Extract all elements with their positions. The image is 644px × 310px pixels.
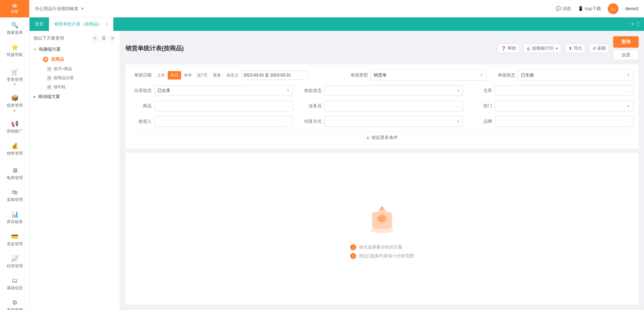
app-logo: 好 标版 xyxy=(0,0,29,17)
message-button[interactable]: 💬 消息 xyxy=(556,6,571,12)
sidebar-sales-label: 销售管理 xyxy=(7,151,23,156)
sidebar-item-search[interactable]: 🔍 搜索菜单 xyxy=(0,17,29,40)
left-panel-actions: + ☰ « xyxy=(92,35,116,42)
date-more-btn[interactable]: 更多 xyxy=(210,71,224,80)
outstatus-value: 已出库 xyxy=(157,88,170,94)
tab-home[interactable]: 首页 xyxy=(30,17,49,31)
right-panel: 销货单统计表(按商品) ❓ 帮助 🖨 按模板打印 ▼ ⬆ 导出 xyxy=(120,31,644,310)
user-name[interactable]: demo2 xyxy=(625,6,639,11)
tab-close-all-icon[interactable]: × xyxy=(631,21,634,27)
sidebar-item-finance[interactable]: 💳 资金管理 xyxy=(0,229,29,251)
sidebar-item-system[interactable]: ⚙ 系统管理 xyxy=(0,295,29,310)
sidebar-item-ecommerce[interactable]: 🖥 电商管理 xyxy=(0,163,29,185)
date-last-month-btn[interactable]: 上月 xyxy=(154,71,168,80)
sidebar-item-sales[interactable]: 💰 销售管理 xyxy=(0,138,29,160)
filter-status-item: 单据状态 已生效 ▼ xyxy=(494,70,633,81)
export-label: 导出 xyxy=(574,45,582,51)
sidebar-item-wholesale[interactable]: 📦 批发管理 ▲ xyxy=(0,90,29,116)
goods-dots[interactable]: ··· xyxy=(286,104,290,109)
scheme-item-by-cashier[interactable]: 回 按司机 xyxy=(32,83,117,92)
retail-icon: 🛒 xyxy=(11,68,18,76)
tab-close-button[interactable]: × xyxy=(106,22,108,27)
sidebar-retail-label: 零售管理 xyxy=(7,77,23,83)
sidebar-item-quicknav[interactable]: ⭐ 快捷导航 xyxy=(0,40,29,62)
message-label: 消息 xyxy=(562,6,571,12)
app-subtitle: 标版 xyxy=(11,9,18,14)
refresh-button[interactable]: ↺ 刷新 xyxy=(589,44,609,53)
export-icon: ⬆ xyxy=(569,46,572,51)
query-button[interactable]: 查询 xyxy=(613,36,639,48)
filter-outstatus-item: 出库状态 已出库 ▼ xyxy=(131,85,293,96)
sidebar-item-marketing[interactable]: 📢 营销推广 xyxy=(0,116,29,138)
paymentstatus-select[interactable]: ▼ xyxy=(324,85,463,96)
scheme-item-by-category[interactable]: 回 按商品分类 xyxy=(32,73,117,83)
date-last-7days-btn[interactable]: 近7天 xyxy=(195,71,210,80)
sidebar-item-purchase[interactable]: 🛍 采购管理 xyxy=(0,185,29,207)
sidebar-item-operations[interactable]: 📈 经营管理 xyxy=(0,251,29,273)
add-scheme-button[interactable]: + xyxy=(92,35,98,42)
left-panel-title: 按以下方案查询 xyxy=(34,35,89,41)
sidebar-ecommerce-label: 电商管理 xyxy=(7,175,23,181)
receiver-select[interactable]: ··· xyxy=(154,116,293,127)
warehouse-dots[interactable]: ··· xyxy=(627,88,630,93)
filter-salesman-item: 业务员 ··· xyxy=(301,101,463,111)
print-dropdown-icon: ▼ xyxy=(555,47,558,50)
logo-icon: 好 xyxy=(9,3,21,8)
page-title: 销货单统计表(按商品) xyxy=(125,44,184,52)
filter-brand-item: 品牌 ··· xyxy=(471,116,633,127)
main-area: 办公用品行业模拟账套 ▼ 💬 消息 📱 App下载 demo2 首页 销货单统计… xyxy=(30,0,644,310)
empty-illustration: ! xyxy=(362,199,402,239)
filter-department-item: 部门 ▼ xyxy=(471,101,633,111)
marketing-icon: 📢 xyxy=(11,120,18,127)
salesman-select[interactable]: ··· xyxy=(324,101,463,111)
brand-dots[interactable]: ··· xyxy=(627,119,630,124)
tab-sales-stats[interactable]: 销货单统计表（按商品） × xyxy=(49,17,113,31)
user-avatar xyxy=(608,3,619,14)
print-button[interactable]: 🖨 按模板打印 ▼ xyxy=(523,44,561,53)
date-range-input[interactable] xyxy=(241,70,308,80)
scheme-item-by-goods[interactable]: 按 按商品 xyxy=(32,54,117,64)
scheme-item-by-month-goods[interactable]: 月 按月+商品 xyxy=(32,64,117,73)
print-label: 按模板打印 xyxy=(532,45,554,51)
sidebar: 好 标版 🔍 搜索菜单 ⭐ 快捷导航 🛒 零售管理 ▼ 📦 批发管理 ▲ 📢 营… xyxy=(0,0,30,310)
paymentmethod-select[interactable]: ▼ xyxy=(324,116,463,127)
sidebar-item-retail[interactable]: 🛒 零售管理 ▼ xyxy=(0,64,29,90)
date-this-year-btn[interactable]: 本年 xyxy=(181,71,195,80)
sidebar-wholesale-label: 批发管理 xyxy=(7,103,23,108)
type-select[interactable]: 销货单 ▼ xyxy=(371,70,486,81)
export-button[interactable]: ⬆ 导出 xyxy=(566,44,585,53)
scheme-by-goods-label: 按商品 xyxy=(51,56,64,62)
app-selector[interactable]: 办公用品行业模拟账套 ▼ xyxy=(35,6,85,12)
app-download-button[interactable]: 📱 App下载 xyxy=(578,6,601,12)
tab-bar: 首页 销货单统计表（按商品） × × □ xyxy=(30,17,644,31)
status-value: 已生效 xyxy=(521,72,534,78)
app-download-label: App下载 xyxy=(585,6,601,12)
receiver-dots[interactable]: ··· xyxy=(286,119,290,124)
app-selector-label: 办公用品行业模拟账套 xyxy=(35,6,78,12)
tab-sales-stats-label: 销货单统计表（按商品） xyxy=(54,21,102,27)
salesman-dots[interactable]: ··· xyxy=(457,104,460,109)
collapse-panel-button[interactable]: « xyxy=(109,35,116,42)
status-select[interactable]: 已生效 ▼ xyxy=(518,70,633,81)
mobile-scheme-group-header[interactable]: ▶ 移动端方案 xyxy=(32,92,120,102)
pc-scheme-group-label: 电脑端方案 xyxy=(39,46,61,52)
warehouse-select[interactable]: ··· xyxy=(495,85,633,96)
tab-fullscreen-icon[interactable]: □ xyxy=(637,21,640,27)
goods-select[interactable]: ··· xyxy=(154,101,293,111)
tab-bar-right: × □ xyxy=(631,21,644,27)
edit-scheme-button[interactable]: ☰ xyxy=(100,35,107,42)
help-button[interactable]: ❓ 帮助 xyxy=(498,44,519,53)
collapse-filter-button[interactable]: ∧ 收起更多条件 xyxy=(131,132,633,143)
setting-button[interactable]: 设置 xyxy=(613,50,639,60)
department-select[interactable]: ▼ xyxy=(495,101,633,111)
sidebar-item-inventory[interactable]: 📊 库存核算 xyxy=(0,207,29,229)
empty-state: ! 1 请先选择要分析的方案 2 用[过滤]条件来缩小分析范围 xyxy=(125,153,639,305)
date-custom-btn[interactable]: 自定义 xyxy=(224,71,241,80)
brand-select[interactable]: ··· xyxy=(495,116,633,127)
edit-icon: ☰ xyxy=(102,36,106,41)
sidebar-item-basic[interactable]: 🗂 基础信息 xyxy=(0,273,29,295)
pc-scheme-group-header[interactable]: ▼ 电脑端方案 xyxy=(32,44,117,54)
date-this-month-btn[interactable]: 本月 xyxy=(168,71,181,80)
refresh-icon: ↺ xyxy=(592,46,596,51)
outstatus-select[interactable]: 已出库 ▼ xyxy=(154,85,293,96)
